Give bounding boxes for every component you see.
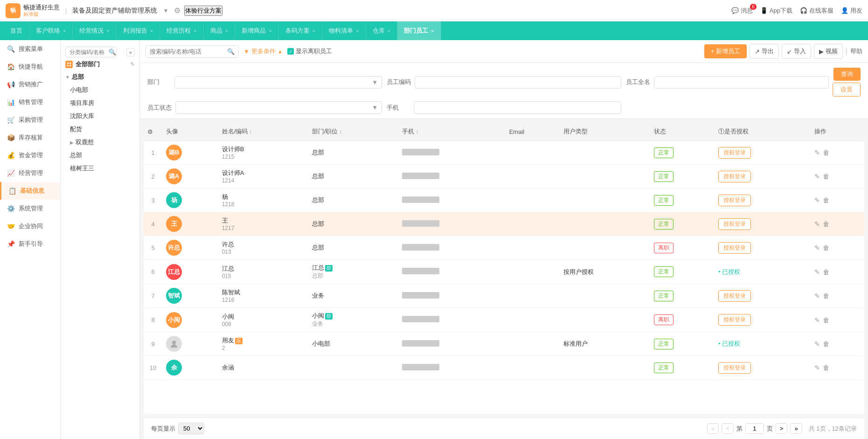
- first-page-btn[interactable]: «: [707, 423, 719, 434]
- edit-button[interactable]: ✎: [814, 196, 820, 204]
- tree-node-peihuo[interactable]: 配货: [61, 123, 139, 136]
- delete-button[interactable]: 🗑: [823, 149, 829, 156]
- delete-button[interactable]: 🗑: [823, 268, 829, 276]
- show-departed-toggle[interactable]: ✓ 显示离职员工: [287, 47, 332, 56]
- next-page-btn[interactable]: >: [776, 423, 788, 434]
- reset-button[interactable]: 设置: [833, 83, 861, 97]
- tab-close-icon[interactable]: ×: [106, 28, 109, 34]
- delete-button[interactable]: 🗑: [823, 316, 829, 324]
- tab-close-icon[interactable]: ×: [150, 28, 153, 34]
- delete-button[interactable]: 🗑: [823, 340, 829, 348]
- tab-close-icon[interactable]: ×: [225, 28, 228, 34]
- edit-button[interactable]: ✎: [814, 149, 820, 156]
- tab-close-icon[interactable]: ×: [312, 28, 315, 34]
- tab-close-icon[interactable]: ×: [63, 28, 66, 34]
- more-filter-btn[interactable]: ▼ 更多条件 ▲: [243, 47, 283, 56]
- tab-warehouse[interactable]: 仓库×: [366, 21, 397, 40]
- more-options-icon[interactable]: |: [846, 47, 847, 56]
- sidebar-item-basic[interactable]: 📋 基础信息: [0, 182, 60, 200]
- delete-button[interactable]: 🗑: [823, 364, 829, 371]
- dept-filter-select[interactable]: ▼: [174, 76, 382, 89]
- authorize-button[interactable]: 授权登录: [718, 314, 751, 326]
- tab-barcode[interactable]: 条码方案×: [279, 21, 322, 40]
- tree-collapse-btn[interactable]: «: [126, 48, 135, 56]
- sort-icon[interactable]: ↕: [250, 129, 252, 134]
- search-btn-icon[interactable]: 🔍: [227, 48, 235, 55]
- sort-icon[interactable]: ↕: [416, 129, 419, 134]
- delete-button[interactable]: 🗑: [823, 292, 829, 300]
- authorize-button[interactable]: 授权登录: [718, 362, 751, 374]
- edit-button[interactable]: ✎: [814, 173, 820, 180]
- tab-employees[interactable]: 部门员工×: [397, 21, 441, 40]
- tree-node-xiangmu[interactable]: 项目库房: [61, 97, 139, 110]
- tree-node-shenyang[interactable]: 沈阳大库: [61, 110, 139, 123]
- add-employee-button[interactable]: + 新增员工: [704, 44, 747, 58]
- tab-close-icon[interactable]: ×: [388, 28, 390, 34]
- tab-goods[interactable]: 商品×: [204, 21, 235, 40]
- sidebar-item-business[interactable]: 📈 经营管理: [0, 164, 60, 182]
- import-button[interactable]: ↙ 导入: [782, 44, 811, 59]
- prev-page-btn[interactable]: <: [722, 423, 734, 434]
- sidebar-item-collab[interactable]: 🤝 企业协同: [0, 217, 60, 235]
- authorize-button[interactable]: 授权登录: [718, 195, 751, 206]
- status-filter-select[interactable]: ▼: [175, 101, 382, 114]
- sidebar-item-marketing[interactable]: 📢 营销推广: [0, 76, 60, 93]
- delete-button[interactable]: 🗑: [823, 220, 829, 228]
- message-btn[interactable]: 💬 消息 6: [731, 7, 753, 15]
- phone-input[interactable]: [414, 101, 621, 114]
- tab-bom[interactable]: 物料清单×: [322, 21, 366, 40]
- edit-button[interactable]: ✎: [814, 244, 820, 251]
- search-input[interactable]: [150, 48, 224, 55]
- sidebar-item-purchase[interactable]: 🛒 采购管理: [0, 111, 60, 129]
- tab-close-icon[interactable]: ×: [194, 28, 196, 34]
- emp-code-input[interactable]: [415, 76, 621, 89]
- authorize-button[interactable]: 授权登录: [718, 171, 751, 182]
- col-settings[interactable]: ⚙: [144, 123, 162, 141]
- authorize-button[interactable]: 授权登录: [718, 147, 751, 159]
- sidebar-item-nav[interactable]: 🏠 快捷导航: [0, 58, 60, 76]
- delete-button[interactable]: 🗑: [823, 173, 829, 180]
- video-button[interactable]: ▶ 视频: [814, 44, 843, 59]
- tree-node-shuanglu[interactable]: ▶ 双鹿想: [61, 136, 139, 149]
- settings-icon[interactable]: ⚙: [174, 6, 181, 15]
- edit-icon[interactable]: ✎: [130, 61, 135, 68]
- tab-close-icon[interactable]: ×: [431, 28, 434, 34]
- authorize-button[interactable]: 授权登录: [718, 290, 751, 302]
- sort-icon[interactable]: ↕: [340, 129, 342, 134]
- tab-new-goods[interactable]: 新增商品×: [235, 21, 278, 40]
- search-button[interactable]: 查询: [833, 68, 861, 81]
- dropdown-arrow-icon[interactable]: ▼: [163, 7, 168, 14]
- tree-all-depts[interactable]: 全部部门 ✎: [61, 60, 139, 70]
- tree-search[interactable]: 🔍: [65, 47, 117, 57]
- edit-button[interactable]: ✎: [814, 292, 820, 300]
- sidebar-item-finance[interactable]: 💰 资金管理: [0, 146, 60, 164]
- user-menu[interactable]: 👤 用友: [841, 7, 862, 15]
- tab-operations[interactable]: 经营情况×: [73, 21, 116, 40]
- delete-button[interactable]: 🗑: [823, 196, 829, 204]
- col-phone[interactable]: 手机 ↕: [398, 123, 506, 141]
- col-name[interactable]: 姓名/编码 ↕: [218, 123, 308, 141]
- help-label[interactable]: 帮助: [850, 47, 862, 56]
- tab-home[interactable]: 首页: [4, 21, 29, 40]
- tree-node-zongbu[interactable]: 总部: [61, 149, 139, 162]
- emp-name-input[interactable]: [654, 76, 829, 89]
- tab-customer[interactable]: 客户联络×: [29, 21, 73, 40]
- edit-button[interactable]: ✎: [814, 340, 820, 348]
- tab-close-icon[interactable]: ×: [269, 28, 271, 34]
- tree-search-input[interactable]: [69, 49, 107, 56]
- col-dept[interactable]: 部门/职位 ↕: [308, 123, 398, 141]
- sidebar-item-system[interactable]: ⚙️ 系统管理: [0, 200, 60, 217]
- tree-node-zhishu[interactable]: 植树王三: [61, 162, 139, 175]
- trial-button[interactable]: 体验行业方案: [184, 6, 222, 16]
- tree-node-xiaodiandian[interactable]: 小电部: [61, 84, 139, 97]
- delete-button[interactable]: 🗑: [823, 244, 829, 251]
- sidebar-item-search[interactable]: 🔍 搜索菜单: [0, 40, 60, 58]
- sidebar-item-inventory[interactable]: 📦 库存核算: [0, 129, 60, 146]
- authorize-button[interactable]: 授权登录: [718, 242, 751, 254]
- authorize-button[interactable]: 授权登录: [718, 218, 751, 230]
- online-service-btn[interactable]: 🎧 在线客服: [800, 7, 833, 15]
- edit-button[interactable]: ✎: [814, 220, 820, 228]
- edit-button[interactable]: ✎: [814, 316, 820, 324]
- edit-button[interactable]: ✎: [814, 268, 820, 276]
- tree-node-zongbu-parent[interactable]: ▼ 总部: [61, 70, 139, 84]
